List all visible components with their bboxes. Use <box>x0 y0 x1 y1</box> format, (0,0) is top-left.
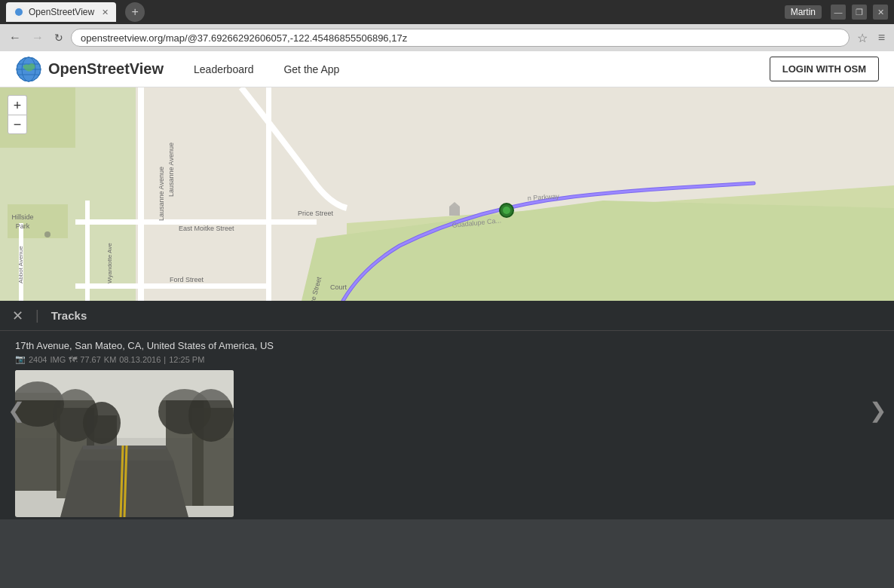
bottom-panel: ✕ | Tracks 17th Avenue, San Mateo, CA, U… <box>0 301 894 519</box>
nav-leaderboard[interactable]: Leaderboard <box>194 63 253 75</box>
map-controls: + − <box>8 95 27 134</box>
svg-rect-56 <box>15 370 234 400</box>
svg-point-0 <box>15 8 23 16</box>
new-tab-button[interactable]: + <box>125 2 145 22</box>
back-button[interactable]: ← <box>6 29 24 46</box>
svg-rect-17 <box>75 219 317 225</box>
svg-text:East Moitke Street: East Moitke Street <box>179 225 234 232</box>
tab-favicon <box>14 7 24 17</box>
track-meta: 📷 2404 IMG 🗺 77.67 KM 08.13.2016 | 12:25… <box>15 354 274 364</box>
browser-menu-button[interactable]: ≡ <box>875 29 888 46</box>
road-image <box>15 370 234 517</box>
track-date: 08.13.2016 <box>119 355 161 364</box>
forward-button[interactable]: → <box>29 29 47 46</box>
url-input[interactable]: openstreetview.org/map/@37.6926629260605… <box>71 29 850 47</box>
track-distance: 77.67 <box>80 355 101 364</box>
track-distance-unit: KM <box>104 355 117 364</box>
panel-content: 17th Avenue, San Mateo, CA, United State… <box>0 331 894 526</box>
next-arrow[interactable]: ❯ <box>862 390 894 430</box>
prev-arrow[interactable]: ❮ <box>0 390 32 430</box>
track-address: 17th Avenue, San Mateo, CA, United State… <box>15 340 274 351</box>
svg-text:Ford Street: Ford Street <box>170 276 204 283</box>
title-bar-left: OpenStreetView ✕ + <box>6 2 145 22</box>
panel-header: ✕ | Tracks <box>0 301 894 331</box>
app-header: OpenStreetView Leaderboard Get the App L… <box>0 51 894 87</box>
logo-globe-icon <box>15 56 42 83</box>
svg-rect-36 <box>449 207 460 216</box>
minimize-button[interactable]: — <box>831 5 846 20</box>
bookmark-button[interactable]: ☆ <box>854 29 871 47</box>
restore-button[interactable]: ❐ <box>852 5 867 20</box>
map-container[interactable]: Lausanne Avenue Lausanne Avenue East Moi… <box>0 87 894 301</box>
svg-text:Abbot Avenue: Abbot Avenue <box>17 246 24 283</box>
title-bar: OpenStreetView ✕ + Martin — ❐ ✕ <box>0 0 894 24</box>
track-images-label: IMG <box>50 355 66 364</box>
svg-text:Price Street: Price Street <box>298 210 334 217</box>
zoom-in-button[interactable]: + <box>8 95 27 115</box>
track-info: 17th Avenue, San Mateo, CA, United State… <box>15 340 274 364</box>
address-bar: ← → ↻ openstreetview.org/map/@37.6926629… <box>0 24 894 51</box>
track-time: 12:25 PM <box>169 355 204 364</box>
title-bar-right: Martin — ❐ ✕ <box>785 5 888 20</box>
close-button[interactable]: ✕ <box>873 5 888 20</box>
track-thumbnail[interactable] <box>15 370 234 517</box>
logo-text: OpenStreetView <box>48 60 164 78</box>
svg-text:Park: Park <box>16 222 30 230</box>
map-svg: Lausanne Avenue Lausanne Avenue East Moi… <box>0 87 894 301</box>
login-button[interactable]: LOGIN WITH OSM <box>770 57 879 81</box>
refresh-button[interactable]: ↻ <box>51 30 66 45</box>
nav-get-app[interactable]: Get the App <box>283 63 339 75</box>
svg-text:Wyandotte Ave: Wyandotte Ave <box>106 243 113 283</box>
svg-rect-13 <box>138 87 144 301</box>
svg-point-35 <box>44 231 51 237</box>
svg-rect-10 <box>8 204 68 238</box>
nav-links: Leaderboard Get the App <box>194 63 770 75</box>
svg-text:Court: Court <box>330 283 347 291</box>
track-separator: | <box>164 355 166 364</box>
svg-point-21 <box>503 207 510 214</box>
camera-icon: 📷 <box>15 354 26 364</box>
tab-close-button[interactable]: ✕ <box>102 8 109 17</box>
tab-title: OpenStreetView <box>29 7 94 17</box>
user-name-badge: Martin <box>785 5 822 19</box>
map-icon: 🗺 <box>69 355 77 364</box>
url-text: openstreetview.org/map/@37.6926629260605… <box>81 32 407 44</box>
window-controls: — ❐ ✕ <box>831 5 888 20</box>
browser-tab[interactable]: OpenStreetView ✕ <box>6 2 116 22</box>
panel-title: Tracks <box>51 309 87 322</box>
logo-area: OpenStreetView <box>15 56 164 83</box>
track-images-count: 2404 <box>29 355 47 364</box>
svg-rect-18 <box>75 283 271 289</box>
panel-close-button[interactable]: ✕ <box>12 308 23 324</box>
panel-divider: | <box>35 308 39 323</box>
svg-text:Lausanne Avenue: Lausanne Avenue <box>167 142 175 197</box>
svg-text:Lausanne Avenue: Lausanne Avenue <box>158 167 165 221</box>
svg-text:Hillside: Hillside <box>11 213 33 221</box>
zoom-out-button[interactable]: − <box>8 115 27 134</box>
